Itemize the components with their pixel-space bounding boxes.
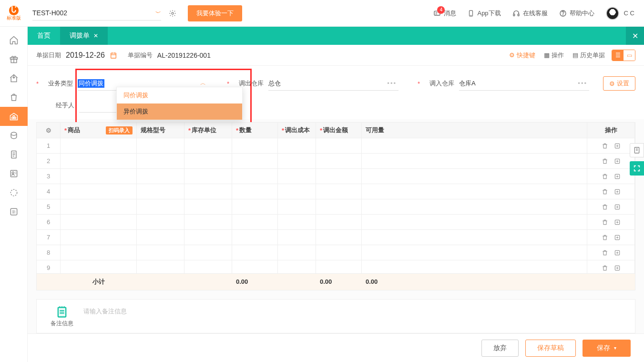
sidebar-gift-icon[interactable] [0,50,28,69]
cell-uamt[interactable] [316,230,362,245]
cell-spec[interactable] [137,199,184,214]
customer-service-link[interactable]: 在线客服 [512,9,548,18]
store-selector[interactable]: TEST-H002 ﹀ [32,6,161,21]
cell-unit[interactable] [184,230,232,245]
app-download-link[interactable]: App下载 [468,9,501,18]
sidebar-home-icon[interactable] [0,31,28,50]
dropdown-option-same-price[interactable]: 同价调拨 [117,87,242,103]
history-link[interactable]: ▤历史单据 [572,51,605,60]
cell-spec[interactable] [137,230,184,245]
cell-product[interactable] [61,245,137,260]
sidebar-sale-icon[interactable] [0,88,28,107]
delete-row-icon[interactable] [602,173,608,180]
table-row[interactable]: 4 [37,184,635,199]
sidebar-new-icon[interactable]: 新 [0,202,28,221]
cell-spec[interactable] [137,138,184,153]
cell-product[interactable] [61,184,137,199]
cell-uamt[interactable] [316,215,362,229]
delete-row-icon[interactable] [602,219,608,226]
delete-row-icon[interactable] [602,204,608,210]
view-list-icon[interactable]: ☰ [612,50,624,61]
operations-link[interactable]: ▦操作 [544,51,564,60]
cell-unit[interactable] [184,184,232,199]
delete-row-icon[interactable] [602,188,608,195]
cell-product[interactable] [61,230,137,245]
cell-qty[interactable] [232,154,278,168]
dropdown-option-diff-price[interactable]: 异价调拨 [117,103,242,120]
cell-uamt[interactable] [316,154,362,168]
cell-uamt[interactable] [316,184,362,199]
cell-ucost[interactable] [278,184,316,199]
add-row-icon[interactable] [614,143,621,149]
delete-row-icon[interactable] [602,143,608,149]
settings-button[interactable]: ⚙设置 [603,76,635,91]
cell-qty[interactable] [232,184,278,199]
delete-row-icon[interactable] [602,234,608,241]
cell-spec[interactable] [137,260,184,273]
cell-qty[interactable] [232,260,278,273]
table-row[interactable]: 6 [37,215,635,230]
cell-unit[interactable] [184,245,232,260]
fullscreen-icon[interactable] [630,161,644,176]
delete-row-icon[interactable] [602,265,608,271]
cell-uamt[interactable] [316,199,362,214]
save-draft-button[interactable]: 保存草稿 [525,340,576,357]
cell-spec[interactable] [137,169,184,184]
close-tab-icon[interactable]: ✕ [93,32,98,39]
add-row-icon[interactable] [614,219,621,226]
add-row-icon[interactable] [614,265,621,271]
sidebar-contact-icon[interactable] [0,164,28,183]
cell-unit[interactable] [184,138,232,153]
add-row-icon[interactable] [614,234,621,241]
cell-uamt[interactable] [316,169,362,184]
cell-unit[interactable] [184,215,232,229]
cell-unit[interactable] [184,260,232,273]
avatar[interactable] [606,7,619,20]
sidebar-sync-icon[interactable] [0,183,28,202]
more-icon[interactable]: ••• [578,80,587,87]
table-row[interactable]: 5 [37,199,635,215]
cell-product[interactable] [61,199,137,214]
add-row-icon[interactable] [614,158,621,165]
sidebar-purchase-icon[interactable] [0,69,28,88]
messages-link[interactable]: 4 消息 [433,9,456,18]
shortcut-link[interactable]: ⚙快捷键 [509,51,535,60]
table-row[interactable]: 1 [37,138,635,154]
trial-button[interactable]: 我要体验一下 [188,5,242,21]
add-row-icon[interactable] [614,249,621,256]
cell-qty[interactable] [232,199,278,214]
th-gear-icon[interactable]: ⚙ [37,123,61,138]
help-center-link[interactable]: 帮助中心 [559,9,594,18]
cell-product[interactable] [61,215,137,229]
sidebar-report-icon[interactable] [0,145,28,164]
cell-qty[interactable] [232,138,278,153]
cell-ucost[interactable] [278,215,316,229]
out-warehouse-field[interactable]: * 调出仓库 总仓 ••• [227,76,399,91]
table-row[interactable]: 3 [37,169,635,184]
date-value[interactable]: 2019-12-26 [66,51,105,60]
cell-product[interactable] [61,138,137,153]
cell-qty[interactable] [232,230,278,245]
delete-row-icon[interactable] [602,158,608,165]
table-row[interactable]: 8 [37,245,635,260]
sidebar-finance-icon[interactable] [0,126,28,145]
view-card-icon[interactable]: ▭ [624,50,635,61]
cell-unit[interactable] [184,154,232,168]
cell-uamt[interactable] [316,260,362,273]
cell-spec[interactable] [137,154,184,168]
add-row-icon[interactable] [614,188,621,195]
cell-uamt[interactable] [316,245,362,260]
sidebar-warehouse-icon[interactable] [0,107,28,126]
cell-product[interactable] [61,154,137,168]
cell-ucost[interactable] [278,169,316,184]
delete-row-icon[interactable] [602,249,608,256]
table-row[interactable]: 7 [37,230,635,245]
tab-transfer-order[interactable]: 调拨单 ✕ [60,27,108,45]
cell-qty[interactable] [232,169,278,184]
gear-icon[interactable] [169,10,176,17]
cell-unit[interactable] [184,169,232,184]
more-icon[interactable]: ••• [387,80,397,87]
cell-spec[interactable] [137,245,184,260]
remark-input[interactable] [79,304,626,328]
table-row[interactable]: 9 [37,260,635,273]
